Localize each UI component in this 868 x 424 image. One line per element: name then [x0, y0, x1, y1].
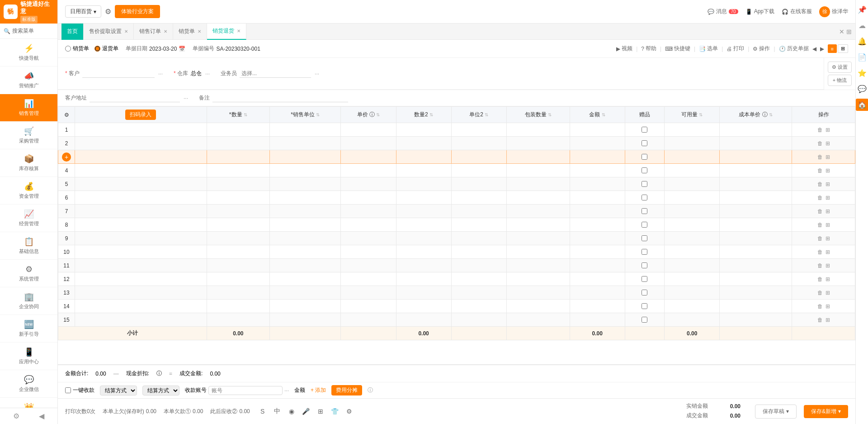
delete-icon[interactable]: 🗑 — [817, 127, 823, 133]
settings-btn[interactable]: ⚙ 设置 — [828, 62, 852, 73]
gift-checkbox[interactable] — [642, 235, 647, 241]
row-available[interactable] — [665, 150, 720, 164]
row-sales-unit[interactable] — [270, 286, 341, 300]
row-pkg-qty[interactable] — [506, 191, 570, 205]
row-gift[interactable] — [625, 245, 664, 259]
row-sales-unit[interactable] — [270, 259, 341, 272]
account-no-input[interactable] — [208, 386, 283, 395]
address-dots[interactable]: ··· — [184, 95, 188, 101]
tab-close-icon[interactable]: ✕ — [237, 29, 241, 33]
customer-input[interactable] — [82, 69, 155, 78]
row-unit2[interactable] — [451, 205, 506, 218]
row-qty2[interactable] — [396, 245, 451, 259]
close-tab-btn[interactable]: ✕ — [839, 28, 844, 35]
row-qty2[interactable] — [396, 164, 451, 177]
row-qty2[interactable] — [396, 286, 451, 300]
row-cost-price[interactable] — [720, 218, 792, 232]
right-panel-home-icon[interactable]: 🏠 — [856, 99, 868, 111]
salesperson-input[interactable] — [240, 69, 311, 78]
topbar-gear-icon[interactable]: ⚙ — [105, 7, 111, 16]
row-unit2[interactable] — [451, 286, 506, 300]
row-pkg-qty[interactable] — [506, 300, 570, 313]
industry-selector[interactable]: 日用百货 ▾ — [65, 5, 101, 18]
sidebar-item-guide[interactable]: 🆕 新手引导 — [0, 315, 57, 343]
sort-icon[interactable]: ⇅ — [376, 112, 380, 117]
row-goods[interactable] — [75, 123, 207, 137]
sort-icon[interactable]: ⇅ — [316, 112, 320, 117]
row-gift[interactable] — [625, 272, 664, 286]
tab-price-setting[interactable]: 售价提取设置 ✕ — [84, 24, 134, 40]
sort-icon[interactable]: ⇅ — [429, 112, 433, 117]
delete-icon[interactable]: 🗑 — [817, 181, 823, 187]
account-dots[interactable]: ··· — [284, 387, 289, 394]
row-gift[interactable] — [625, 232, 664, 245]
table-wrapper[interactable]: ⚙ 扫码录入 *数量 ⇅ *销售单位 ⇅ 单价 ⓘ ⇅ 数量2 ⇅ 单位2 ⇅ … — [58, 106, 855, 364]
row-qty[interactable] — [207, 286, 270, 300]
row-pkg-qty[interactable] — [506, 150, 570, 164]
sidebar-item-operations[interactable]: 📈 经营管理 — [0, 205, 57, 232]
row-cost-price[interactable] — [720, 272, 792, 286]
add-payment-btn[interactable]: + 添加 — [311, 386, 326, 394]
copy-icon[interactable]: ⊞ — [826, 222, 830, 228]
radio-return-label[interactable]: 退货单 — [94, 45, 118, 52]
row-available[interactable] — [665, 123, 720, 137]
row-gift[interactable] — [625, 150, 664, 164]
row-unit2[interactable] — [451, 313, 506, 327]
row-price[interactable] — [341, 218, 396, 232]
row-qty[interactable] — [207, 177, 270, 191]
row-qty[interactable] — [207, 164, 270, 177]
row-available[interactable] — [665, 313, 720, 327]
draft-dropdown-icon[interactable]: ▾ — [786, 408, 789, 414]
row-cost-price[interactable] — [720, 286, 792, 300]
row-gift[interactable] — [625, 177, 664, 191]
row-amount[interactable] — [570, 313, 625, 327]
sidebar-item-quick-nav[interactable]: ⚡ 快捷导航 — [0, 39, 57, 67]
address-input[interactable] — [90, 94, 180, 102]
sidebar-item-purchase[interactable]: 🛒 采购管理 — [0, 122, 57, 149]
row-available[interactable] — [665, 245, 720, 259]
row-qty[interactable] — [207, 123, 270, 137]
salesperson-dots[interactable]: ··· — [315, 71, 319, 77]
copy-icon[interactable]: ⊞ — [826, 235, 830, 242]
radio-return[interactable] — [94, 46, 100, 52]
row-qty2[interactable] — [396, 313, 451, 327]
row-qty2[interactable] — [396, 150, 451, 164]
row-qty2[interactable] — [396, 191, 451, 205]
row-goods[interactable] — [75, 177, 207, 191]
radio-sales-label[interactable]: 销货单 — [65, 45, 89, 52]
row-cost-price[interactable] — [720, 123, 792, 137]
row-qty[interactable] — [207, 245, 270, 259]
sidebar-settings-btn[interactable]: ⚙ — [13, 412, 19, 420]
row-amount[interactable] — [570, 191, 625, 205]
tool-icon6[interactable]: 👕 — [330, 406, 340, 417]
row-goods[interactable] — [75, 191, 207, 205]
help-action[interactable]: ? 帮助 — [641, 45, 656, 52]
tab-sales-delivery[interactable]: 销货单 ✕ — [173, 24, 207, 40]
row-gift[interactable] — [625, 286, 664, 300]
next-record-btn[interactable]: ▶ — [820, 46, 824, 52]
calc-method-select[interactable]: 结算方式 — [142, 386, 179, 395]
row-pkg-qty[interactable] — [506, 232, 570, 245]
row-available[interactable] — [665, 272, 720, 286]
delete-icon[interactable]: 🗑 — [817, 290, 823, 296]
video-action[interactable]: ▶ 视频 — [616, 45, 632, 52]
restore-tab-btn[interactable]: ⊞ — [846, 28, 852, 35]
row-sales-unit[interactable] — [270, 245, 341, 259]
prev-record-btn[interactable]: ◀ — [812, 46, 816, 52]
row-price[interactable] — [341, 232, 396, 245]
tab-close-icon[interactable]: ✕ — [198, 29, 201, 34]
row-qty2[interactable] — [396, 177, 451, 191]
save-draft-btn[interactable]: 保存草稿 ▾ — [755, 405, 797, 419]
row-pkg-qty[interactable] — [506, 177, 570, 191]
list-view-btn[interactable]: ≡ — [828, 44, 837, 53]
col-settings[interactable]: ⚙ — [58, 107, 75, 123]
settlement-method-select[interactable]: 结算方式 — [100, 386, 137, 395]
row-pkg-qty[interactable] — [506, 259, 570, 272]
row-pkg-qty[interactable] — [506, 218, 570, 232]
row-amount[interactable] — [570, 177, 625, 191]
row-available[interactable] — [665, 300, 720, 313]
copy-icon[interactable]: ⊞ — [826, 208, 830, 214]
gift-checkbox[interactable] — [642, 167, 647, 173]
delete-icon[interactable]: 🗑 — [817, 235, 823, 242]
row-amount[interactable] — [570, 137, 625, 150]
